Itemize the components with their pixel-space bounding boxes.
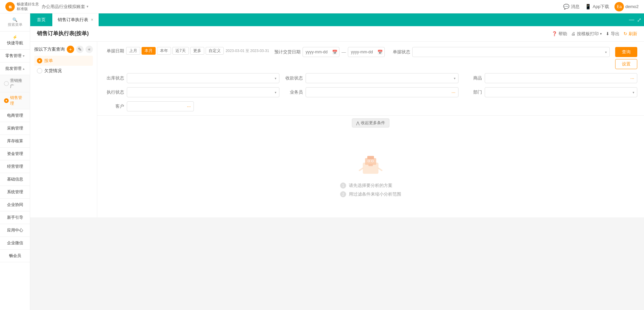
delivery-date-end-wrapper: 📅 bbox=[348, 47, 385, 57]
query-button[interactable]: 查询 bbox=[615, 47, 637, 57]
sidebar-item-xinshouyindao[interactable]: 新手引导 bbox=[0, 211, 30, 224]
sub-item-icon bbox=[4, 81, 9, 86]
message-icon: 💬 bbox=[563, 4, 570, 10]
scheme-collapse-button[interactable]: « bbox=[86, 46, 93, 53]
left-panel: 按以下方案查询 + ✎ « ● 按单 欠货情况 bbox=[30, 42, 97, 217]
delivery-date-start-input[interactable] bbox=[303, 47, 339, 57]
sidebar-item-caigou[interactable]: 采购管理 bbox=[0, 122, 30, 135]
department-dropdown[interactable]: ▾ bbox=[485, 87, 637, 97]
sidebar-item-zijinguanli[interactable]: 资金管理 bbox=[0, 148, 30, 160]
help-button[interactable]: ❓ 帮助 bbox=[552, 31, 567, 37]
filter-row-2: 出库状态 ▾ 收款状态 bbox=[104, 73, 637, 83]
sidebar-item-jingyingguanli[interactable]: 经营管理 bbox=[0, 160, 30, 173]
filter-row-4: 客户 ··· bbox=[104, 101, 637, 111]
sidebar-item-pifaguanli[interactable]: 批发管理 ▴ bbox=[0, 62, 30, 75]
filter-and-action-area: 单据日期 上月 本月 本年 近7天 更多 自定义 2023-03-01 至 20… bbox=[97, 42, 644, 217]
sub-item-active-icon: ● bbox=[4, 98, 9, 103]
search-menu-button[interactable]: 🔍 搜索菜单 bbox=[3, 16, 27, 29]
scheme-edit-button[interactable]: ✎ bbox=[76, 46, 84, 53]
salesperson-input[interactable]: ··· bbox=[306, 87, 458, 97]
chevron-down-icon: ▾ bbox=[23, 54, 24, 58]
export-button[interactable]: ⬇ 导出 bbox=[606, 31, 620, 37]
collapse-icon: ⋀ bbox=[356, 121, 360, 125]
date-preset-more[interactable]: 更多 bbox=[190, 47, 204, 55]
sidebar-item-qiyeweixin[interactable]: 企业微信 bbox=[0, 237, 30, 250]
date-preset-bennian[interactable]: 本年 bbox=[157, 47, 171, 55]
scheme-add-button[interactable]: + bbox=[67, 46, 74, 53]
dept-arrow-icon: ▾ bbox=[633, 91, 634, 94]
logo-text: 畅捷通好生意 标准版 bbox=[17, 2, 39, 11]
sidebar-item-yingxiao[interactable]: 营销推广 bbox=[0, 75, 30, 92]
date-preset-jin7tian[interactable]: 近7天 bbox=[172, 47, 189, 55]
collapse-button[interactable]: ⋀ 收起更多条件 bbox=[352, 118, 389, 127]
action-buttons: 查询 设置 bbox=[615, 47, 637, 69]
empty-tips: 1 请先选择要分析的方案 2 用过滤条件来缩小分析范围 bbox=[340, 183, 401, 197]
svg-rect-9 bbox=[368, 164, 373, 166]
delivery-date-start-wrapper: 📅 bbox=[303, 47, 339, 57]
order-status-dropdown[interactable]: ▾ bbox=[412, 47, 610, 57]
sidebar: 🔍 搜索菜单 ⚡ 快捷导航 零售管理 ▾ 批发管理 ▴ 营销推广 ● 销售管理 bbox=[0, 13, 30, 310]
sidebar-sub-pifa: 营销推广 ● 销售管理 bbox=[0, 75, 30, 109]
scheme-item-1[interactable]: 欠货情况 bbox=[34, 66, 93, 76]
empty-tip-1: 1 请先选择要分析的方案 bbox=[340, 183, 401, 189]
date-preset-custom[interactable]: 自定义 bbox=[206, 47, 224, 55]
breadcrumb-arrow-icon[interactable]: ▾ bbox=[87, 4, 89, 9]
print-icon: 🖨 bbox=[571, 31, 576, 36]
svg-line-11 bbox=[378, 168, 382, 170]
top-header: 畅 畅捷通好生意 标准版 办公用品行业模拟账套 ▾ 💬 消息 📱 App下载 E… bbox=[0, 0, 644, 13]
main-layout: 🔍 搜索菜单 ⚡ 快捷导航 零售管理 ▾ 批发管理 ▴ 营销推广 ● 销售管理 bbox=[0, 13, 644, 310]
sidebar-item-lingshougul[interactable]: 零售管理 ▾ bbox=[0, 50, 30, 62]
app-download-icon: 📱 bbox=[585, 4, 591, 10]
svg-rect-4 bbox=[367, 156, 374, 159]
sidebar-item-jichuxxinxi[interactable]: 基础信息 bbox=[0, 173, 30, 186]
content-area: 首页 销售订单执行表 × — ⤢ 销售订单执行表(按单) ❓ 帮助 bbox=[30, 13, 644, 310]
date-preset-shanguyue[interactable]: 上月 bbox=[126, 47, 140, 55]
sidebar-item-xitonggul[interactable]: 系统管理 bbox=[0, 186, 30, 199]
tab-home[interactable]: 首页 bbox=[30, 13, 52, 26]
sidebar-item-kucunhesuan[interactable]: 库存核算 bbox=[0, 135, 30, 148]
svg-point-8 bbox=[372, 160, 373, 161]
collection-status-wrapper: ▾ bbox=[306, 73, 458, 83]
logo-area: 畅 畅捷通好生意 标准版 bbox=[5, 2, 39, 11]
sidebar-item-xiaoshou[interactable]: ● 销售管理 bbox=[0, 92, 30, 109]
page-header: 销售订单执行表(按单) ❓ 帮助 🖨 按模板打印 ▾ ⬇ 导出 bbox=[30, 26, 644, 42]
execution-status-dropdown[interactable]: ▾ bbox=[127, 87, 279, 97]
page-header-actions: ❓ 帮助 🖨 按模板打印 ▾ ⬇ 导出 ↻ 刷新 bbox=[552, 31, 637, 41]
tip-num-1: 1 bbox=[340, 183, 346, 189]
tab-spacer bbox=[99, 13, 626, 26]
message-button[interactable]: 💬 消息 bbox=[563, 4, 580, 10]
breadcrumb-text: 办公用品行业模拟账套 bbox=[42, 4, 85, 10]
settings-button[interactable]: 设置 bbox=[615, 59, 637, 69]
sidebar-item-qiyexieyi[interactable]: 企业协同 bbox=[0, 199, 30, 211]
minimize-window-button[interactable]: — bbox=[629, 17, 634, 23]
tab-close-button[interactable]: × bbox=[91, 17, 93, 22]
maximize-window-button[interactable]: ⤢ bbox=[637, 17, 641, 23]
collection-status-dropdown[interactable]: ▾ bbox=[306, 73, 458, 83]
refresh-button[interactable]: ↻ 刷新 bbox=[624, 31, 637, 37]
date-range-text: 2023-03-01 至 2023-03-31 bbox=[226, 48, 269, 53]
user-menu[interactable]: Ea demo2 bbox=[614, 2, 639, 11]
svg-line-10 bbox=[360, 168, 363, 170]
department-field: 部门 ▾ bbox=[462, 87, 637, 97]
delivery-status-wrapper: ▾ bbox=[127, 73, 279, 83]
delivery-status-dropdown[interactable]: ▾ bbox=[127, 73, 279, 83]
sidebar-item-kuaijie[interactable]: ⚡ 快捷导航 bbox=[0, 32, 30, 50]
sidebar-item-dianshanggul[interactable]: 电商管理 bbox=[0, 109, 30, 122]
sidebar-item-yingyongzhongxin[interactable]: 应用中心 bbox=[0, 224, 30, 237]
print-template-button[interactable]: 🖨 按模板打印 ▾ bbox=[571, 31, 602, 37]
order-status-arrow-icon: ▾ bbox=[605, 50, 607, 54]
scheme-header: 按以下方案查询 + ✎ « bbox=[34, 46, 93, 53]
delivery-date-end-input[interactable] bbox=[348, 47, 385, 57]
sidebar-item-changhuyuan[interactable]: 畅会员 bbox=[0, 250, 30, 262]
app-download-button[interactable]: 📱 App下载 bbox=[585, 4, 609, 10]
empty-illustration bbox=[357, 150, 384, 177]
collection-status-field: 收款状态 ▾ bbox=[283, 73, 458, 83]
scheme-item-0[interactable]: ● 按单 bbox=[34, 56, 93, 66]
customer-input[interactable]: ··· bbox=[127, 101, 194, 111]
goods-input[interactable]: ··· bbox=[485, 73, 637, 83]
date-preset-benyue[interactable]: 本月 bbox=[142, 47, 156, 55]
tab-active[interactable]: 销售订单执行表 × bbox=[52, 13, 99, 26]
salesperson-field: 业务员 ··· bbox=[283, 87, 458, 97]
scheme-active-icon: ● bbox=[37, 58, 42, 63]
page-title: 销售订单执行表(按单) bbox=[37, 30, 89, 41]
